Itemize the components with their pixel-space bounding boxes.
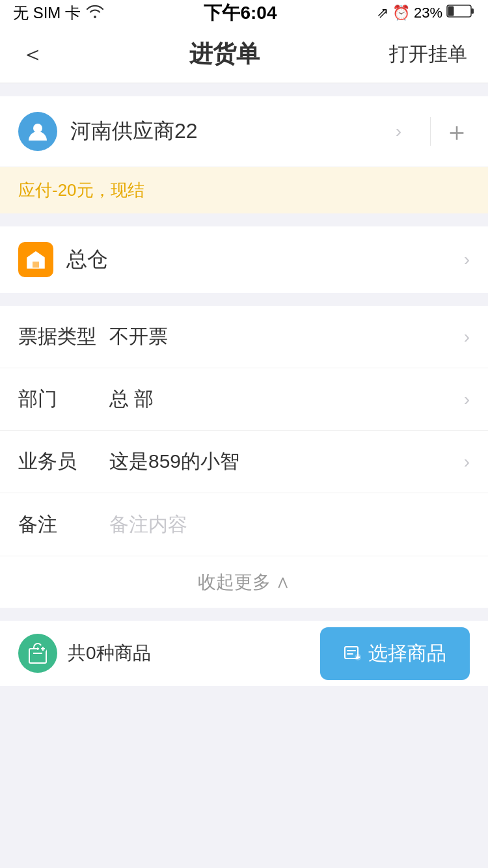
department-label: 部门 <box>18 386 109 413</box>
vertical-divider <box>430 117 431 146</box>
department-row[interactable]: 部门 总 部 › <box>0 368 488 431</box>
select-product-button[interactable]: 选择商品 <box>320 627 470 680</box>
person-icon <box>26 120 49 143</box>
section-divider-4 <box>0 608 488 621</box>
section-divider-1 <box>0 83 488 96</box>
status-left: 无 SIM 卡 <box>13 3 104 23</box>
back-button[interactable]: ＜ <box>21 38 60 70</box>
warehouse-icon <box>26 250 46 269</box>
section-divider-3 <box>0 293 488 306</box>
salesman-value: 这是859的小智 <box>109 448 464 475</box>
add-supplier-button[interactable]: ＋ <box>444 114 470 150</box>
gray-fill-area <box>0 686 488 868</box>
status-time: 下午6:04 <box>204 1 277 25</box>
carrier-text: 无 SIM 卡 <box>13 3 81 23</box>
supplier-section: 河南供应商22 › ＋ 应付-20元，现结 <box>0 96 488 213</box>
svg-point-3 <box>33 124 42 133</box>
ticket-type-row[interactable]: 票据类型 不开票 › <box>0 306 488 368</box>
supplier-name: 河南供应商22 <box>70 117 396 146</box>
select-product-label: 选择商品 <box>368 640 446 667</box>
select-product-icon <box>344 644 362 662</box>
warehouse-section: 总仓 › <box>0 226 488 293</box>
department-value: 总 部 <box>109 386 464 413</box>
supplier-row[interactable]: 河南供应商22 › ＋ <box>0 96 488 167</box>
salesman-label: 业务员 <box>18 448 109 475</box>
alarm-icon: ⏰ <box>392 5 410 21</box>
ticket-type-value: 不开票 <box>109 323 464 350</box>
section-divider-2 <box>0 213 488 226</box>
open-pending-button[interactable]: 打开挂单 <box>389 41 467 68</box>
remark-label: 备注 <box>18 511 109 538</box>
remark-input[interactable]: 备注内容 <box>109 511 470 538</box>
svg-rect-5 <box>33 262 39 267</box>
page-title: 进货单 <box>189 38 260 70</box>
battery-text: 23% <box>414 5 442 21</box>
location-icon: ⇗ <box>377 5 388 21</box>
battery-icon <box>446 4 475 22</box>
notice-text: 应付-20元，现结 <box>18 180 144 200</box>
wifi-icon <box>86 4 104 22</box>
ticket-type-label: 票据类型 <box>18 323 109 350</box>
product-count-left: 共0种商品 <box>18 634 151 673</box>
salesman-chevron-icon: › <box>464 452 470 472</box>
department-chevron-icon: › <box>464 389 470 410</box>
warehouse-name: 总仓 <box>66 245 464 274</box>
remark-row[interactable]: 备注 备注内容 <box>0 493 488 556</box>
svg-rect-1 <box>471 8 474 14</box>
svg-rect-2 <box>448 7 454 16</box>
ticket-type-chevron-icon: › <box>464 327 470 347</box>
status-bar: 无 SIM 卡 下午6:04 ⇗ ⏰ 23% <box>0 0 488 26</box>
warehouse-row[interactable]: 总仓 › <box>0 226 488 293</box>
salesman-row[interactable]: 业务员 这是859的小智 › <box>0 431 488 493</box>
supplier-chevron-icon: › <box>396 121 401 142</box>
warehouse-chevron-icon: › <box>464 249 470 270</box>
product-count-icon-bg <box>18 634 57 673</box>
form-section: 票据类型 不开票 › 部门 总 部 › 业务员 这是859的小智 › 备注 备注… <box>0 306 488 608</box>
warehouse-icon-bg <box>18 242 53 277</box>
status-right: ⇗ ⏰ 23% <box>377 4 475 22</box>
nav-bar: ＜ 进货单 打开挂单 <box>0 26 488 83</box>
supplier-avatar <box>18 112 57 151</box>
collapse-button[interactable]: 收起更多 ∧ <box>0 556 488 608</box>
notice-bar: 应付-20元，现结 <box>0 167 488 213</box>
collapse-label: 收起更多 ∧ <box>198 570 291 595</box>
product-count-text: 共0种商品 <box>68 641 151 666</box>
shopping-bag-icon <box>27 642 49 664</box>
bottom-bar: 共0种商品 选择商品 <box>0 621 488 686</box>
